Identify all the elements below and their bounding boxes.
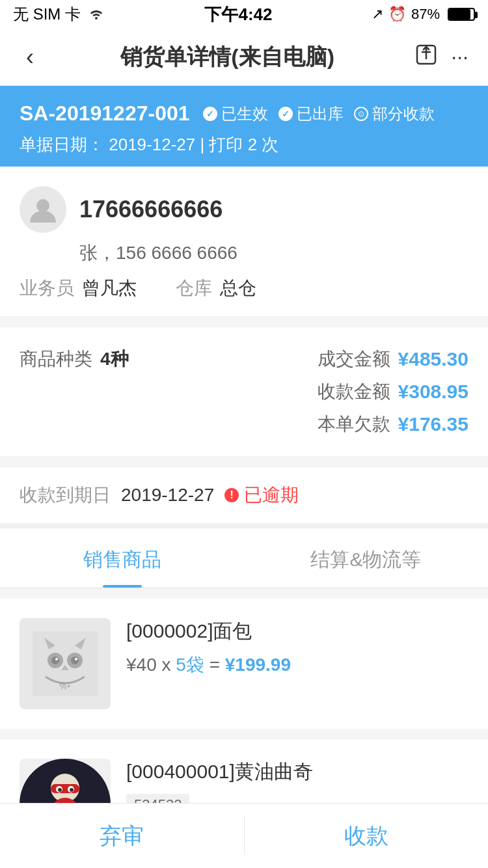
warehouse-item: 仓库 总仓 <box>176 276 256 301</box>
svg-point-5 <box>51 657 59 664</box>
product-total-1: ¥199.99 <box>225 655 291 675</box>
salesperson-label: 业务员 <box>20 276 74 301</box>
received-label: 收款金额 <box>318 379 390 404</box>
customer-section: 17666666666 张，156 6666 6666 业务员 曾凡杰 仓库 总… <box>0 167 488 317</box>
status-bar: 无 SIM 卡 下午4:42 ↗ ⏰ 87% <box>0 0 488 29</box>
due-label: 收款到期日 <box>20 483 111 508</box>
svg-point-1 <box>36 199 49 212</box>
wifi-icon <box>87 5 105 23</box>
svg-point-18 <box>58 788 62 792</box>
overdue-badge: ! 已逾期 <box>224 483 299 508</box>
avatar <box>20 186 66 233</box>
back-button[interactable]: ‹ <box>20 37 40 77</box>
warehouse-value: 总仓 <box>220 276 256 301</box>
check-icon-2: ✓ <box>278 107 293 121</box>
order-id: SA-20191227-001 <box>20 102 190 126</box>
status-right: ↗ ⏰ 87% <box>372 6 475 23</box>
product-qty-1: 5袋 <box>176 655 204 675</box>
customer-row: 17666666666 <box>20 186 468 233</box>
received-value: ¥308.95 <box>398 381 468 403</box>
product-type-count: 4种 <box>100 347 129 372</box>
due-date-value: 2019-12-27 <box>121 485 214 506</box>
status-partial-payment: ⊙ 部分收款 <box>354 103 435 124</box>
warehouse-label: 仓库 <box>176 276 212 301</box>
tab-settlement-logistics[interactable]: 结算&物流等 <box>244 528 488 588</box>
owed-label: 本单欠款 <box>318 412 390 437</box>
amount-item: 成交金额 ¥485.30 <box>318 347 468 372</box>
status-left: 无 SIM 卡 <box>13 4 105 25</box>
status-effective: ✓ 已生效 <box>203 103 268 124</box>
received-item: 收款金额 ¥308.95 <box>318 379 468 404</box>
svg-point-7 <box>55 658 58 660</box>
customer-contact: 张，156 6666 6666 <box>20 241 468 265</box>
summary-section: 商品种类 4种 成交金额 ¥485.30 收款金额 ¥308.95 本单欠款 ¥… <box>0 327 488 457</box>
order-date-row: 单据日期： 2019-12-27 | 打印 2 次 <box>20 133 468 156</box>
summary-left: 商品种类 4种 <box>20 347 129 437</box>
svg-point-6 <box>71 657 79 664</box>
cancel-review-button[interactable]: 弃审 <box>0 804 244 868</box>
bottom-bar: 弃审 收款 <box>0 803 488 868</box>
location-icon: ↗ <box>372 6 383 23</box>
customer-phone-name: 17666666666 <box>79 196 223 223</box>
tab-sales-products[interactable]: 销售商品 <box>0 528 244 588</box>
nav-bar: ‹ 销货单详情(来自电脑) ··· <box>0 29 488 86</box>
battery-text: 87% <box>411 6 440 23</box>
nav-actions: ··· <box>414 43 468 72</box>
owed-item: 本单欠款 ¥176.35 <box>318 412 468 437</box>
order-status-badges: ✓ 已生效 ✓ 已出库 ⊙ 部分收款 <box>203 103 435 124</box>
battery-icon <box>448 8 475 21</box>
alarm-icon: ⏰ <box>388 6 406 23</box>
share-button[interactable] <box>414 43 438 72</box>
collect-payment-button[interactable]: 收款 <box>245 804 489 868</box>
check-icon: ✓ <box>203 107 217 121</box>
customer-meta: 业务员 曾凡杰 仓库 总仓 <box>20 276 468 301</box>
product-price-1: ¥40 x 5袋 = ¥199.99 <box>126 653 468 677</box>
overdue-text: 已逾期 <box>244 483 299 508</box>
summary-grid: 商品种类 4种 成交金额 ¥485.30 收款金额 ¥308.95 本单欠款 ¥… <box>20 347 468 437</box>
order-banner: SA-20191227-001 ✓ 已生效 ✓ 已出库 ⊙ 部分收款 单据日期：… <box>0 86 488 167</box>
amount-label: 成交金额 <box>318 347 390 372</box>
product-type-item: 商品种类 4种 <box>20 347 129 372</box>
product-name-2: [000400001]黄油曲奇 <box>126 759 468 785</box>
page-title: 销货单详情(来自电脑) <box>120 42 334 72</box>
product-thumbnail-1: 鸮+ <box>20 618 111 709</box>
product-info-1: [0000002]面包 ¥40 x 5袋 = ¥199.99 <box>126 618 468 677</box>
salesperson-value: 曾凡杰 <box>82 276 137 301</box>
clock-icon: ⊙ <box>354 107 368 121</box>
product-image-1: 鸮+ <box>20 618 111 709</box>
date-value: 2019-12-27 <box>109 135 195 154</box>
svg-point-19 <box>70 788 74 792</box>
svg-point-8 <box>75 658 77 660</box>
overdue-icon: ! <box>224 488 239 502</box>
svg-text:鸮+: 鸮+ <box>59 682 70 690</box>
amount-value: ¥485.30 <box>398 348 468 370</box>
print-info: | 打印 2 次 <box>200 135 278 154</box>
product-name-1: [0000002]面包 <box>126 618 468 645</box>
more-button[interactable]: ··· <box>451 45 468 69</box>
tabs-section: 销售商品 结算&物流等 <box>0 528 488 588</box>
due-date-section: 收款到期日 2019-12-27 ! 已逾期 <box>0 467 488 528</box>
product-card-1: 鸮+ [0000002]面包 ¥40 x 5袋 = ¥199.99 <box>0 599 488 729</box>
summary-right: 成交金额 ¥485.30 收款金额 ¥308.95 本单欠款 ¥176.35 <box>318 347 468 437</box>
status-shipped: ✓ 已出库 <box>278 103 344 124</box>
svg-rect-15 <box>51 784 79 793</box>
owed-value: ¥176.35 <box>398 413 468 435</box>
carrier-text: 无 SIM 卡 <box>13 4 81 25</box>
date-label: 单据日期： <box>20 135 104 154</box>
status-time: 下午4:42 <box>204 3 272 26</box>
product-type-label: 商品种类 <box>20 347 92 372</box>
salesperson-item: 业务员 曾凡杰 <box>20 276 137 301</box>
